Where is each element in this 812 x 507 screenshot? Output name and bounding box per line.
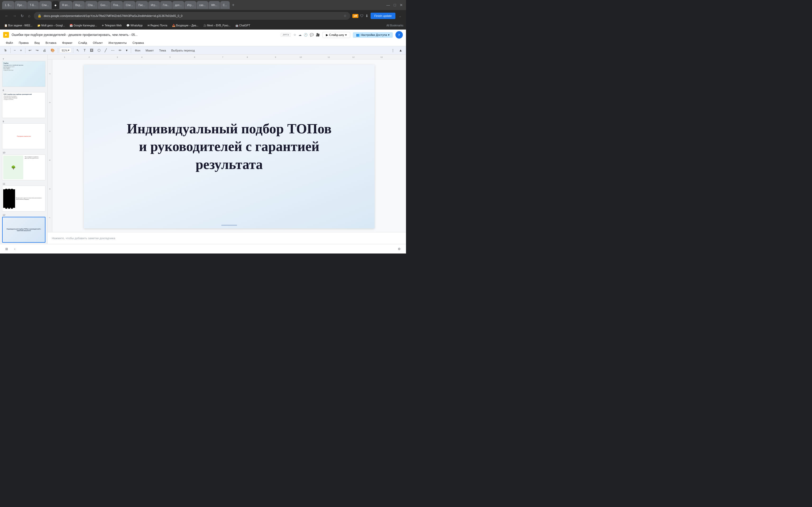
tab-15[interactable]: дол...: [172, 1, 184, 9]
tab-19[interactable]: С...: [220, 1, 230, 9]
theme-button[interactable]: Тема: [157, 48, 168, 53]
zoom-out-button[interactable]: −: [12, 47, 17, 53]
tab-1[interactable]: 1. Б...: [2, 1, 14, 9]
back-button[interactable]: ←: [3, 13, 10, 19]
print-button[interactable]: 🖨: [41, 47, 48, 53]
settings-icon-bottom[interactable]: ⚙: [396, 246, 403, 252]
refresh-button[interactable]: ↻: [19, 13, 26, 19]
collapse-panel-button[interactable]: ‹: [12, 246, 17, 252]
tab-8[interactable]: Cha...: [85, 1, 98, 9]
slide-canvas[interactable]: Индивидуальный подбор ТОПови руководител…: [84, 65, 374, 228]
forward-button[interactable]: →: [11, 13, 18, 19]
cursor-tool-button[interactable]: 🖱: [2, 47, 9, 53]
text-tool-button[interactable]: T: [82, 47, 87, 53]
undo-button[interactable]: ↩: [27, 47, 33, 53]
tab-14[interactable]: Гла...: [160, 1, 172, 9]
extension-icon[interactable]: 🛡: [360, 14, 364, 18]
redo-button[interactable]: ↪: [34, 47, 40, 53]
zoom-display[interactable]: 91% ▾: [60, 48, 71, 53]
tab-2[interactable]: Пре...: [14, 1, 27, 9]
bookmark-whatsapp[interactable]: 💬 WhatsApp: [125, 23, 144, 27]
finish-update-button[interactable]: Finish update: [370, 13, 395, 19]
home-button[interactable]: ⌂: [27, 13, 32, 19]
slide-thumb-8[interactable]: 8 ТОП 3 ошибки при подборе руководителей…: [0, 88, 47, 119]
tab-4[interactable]: Спи...: [39, 1, 52, 9]
dropdown-arrow-icon: ▾: [345, 33, 347, 37]
slide-thumb-11[interactable]: 11 ▪▪▪▪▪▪▪▪▪ Антресорная в одном его мыш…: [0, 181, 47, 213]
bookmark-inbox[interactable]: 📥 Входящие – Диа...: [170, 23, 200, 27]
maximize-icon[interactable]: □: [393, 2, 397, 8]
toolbar-more-button[interactable]: ⋮: [390, 47, 396, 53]
slides-logo-icon: ▶: [5, 34, 7, 36]
toolbar-collapse-button[interactable]: ▲: [397, 47, 404, 53]
slide8-content: • Отсутствие ценностного портрета • Отсу…: [3, 96, 44, 100]
bookmark-my-drive[interactable]: 📁 Мой диск – Googl...: [36, 23, 66, 27]
slide-thumb-12[interactable]: 12 Индивидуальный подбор ТОПов и руковод…: [0, 213, 47, 244]
menu-view[interactable]: Вид: [32, 40, 42, 45]
tab-5-active[interactable]: ◆: [52, 1, 59, 9]
star-icon[interactable]: ☆: [293, 33, 296, 37]
menu-format[interactable]: Формат: [59, 40, 75, 45]
tab-11[interactable]: Спи...: [123, 1, 136, 9]
cloud-save-icon[interactable]: ☁: [298, 33, 302, 37]
slide-content-text[interactable]: Индивидуальный подбор ТОПови руководител…: [127, 120, 332, 173]
access-button[interactable]: 👥 Настройки Доступа ▾: [353, 32, 393, 38]
chevron-down-icon[interactable]: ⌄: [398, 13, 403, 19]
tab-7[interactable]: Вед...: [73, 1, 85, 9]
canvas-wrapper[interactable]: Индивидуальный подбор ТОПови руководител…: [52, 59, 406, 232]
tab-3[interactable]: Т-Б...: [27, 1, 39, 9]
camera-icon[interactable]: 🎥: [316, 33, 320, 37]
new-tab-button[interactable]: +: [230, 2, 237, 8]
comment-icon[interactable]: 💬: [310, 33, 314, 37]
layout-button[interactable]: Макет: [144, 48, 156, 53]
user-avatar[interactable]: У: [395, 31, 403, 39]
menu-slide[interactable]: Слайд: [75, 40, 90, 45]
all-bookmarks-label[interactable]: All Bookmarks: [387, 24, 403, 27]
background-button[interactable]: Фон: [133, 48, 143, 53]
tab-18[interactable]: Wh...: [209, 1, 220, 9]
ruler-mark-12: 12: [352, 56, 355, 58]
bookmark-telegram[interactable]: ✈ Telegram Web: [100, 23, 123, 27]
minimize-icon[interactable]: —: [386, 2, 391, 8]
history-icon[interactable]: 🕐: [304, 33, 308, 37]
slide-thumb-7[interactable]: 7 Подбор Руководитель vs линейный персон…: [0, 57, 47, 88]
image-tool-button[interactable]: 🖼: [88, 47, 95, 53]
shape-tool-button[interactable]: ⬡: [96, 47, 102, 53]
address-bar[interactable]: 🔒 docs.google.com/presentation/d/1qcYzoJ…: [34, 12, 350, 20]
bookmark-all-tasks[interactable]: 📋 Все задачи - WEE...: [3, 23, 34, 27]
bookmark-chatgpt[interactable]: 🤖 ChatGPT: [234, 23, 252, 27]
line-tool-button[interactable]: ╱: [103, 47, 108, 53]
tab-12[interactable]: Пис...: [136, 1, 148, 9]
menu-object[interactable]: Объект: [90, 40, 105, 45]
menu-edit[interactable]: Правка: [16, 40, 31, 45]
slideshow-button[interactable]: ▶ Слайд-шоу ▾: [322, 32, 350, 38]
close-icon[interactable]: ✕: [399, 2, 404, 8]
download-icon[interactable]: ⬇: [365, 14, 368, 18]
slide-thumb-10[interactable]: 10 🌳 Наш сотрудник это дерево с двусторо…: [0, 150, 47, 181]
tab-13[interactable]: Игр...: [148, 1, 160, 9]
select-tool-button[interactable]: ↖: [75, 47, 81, 53]
menu-insert[interactable]: Вставка: [43, 40, 59, 45]
bookmark-star-icon[interactable]: ☆: [344, 14, 347, 18]
tab-10[interactable]: Пла...: [110, 1, 123, 9]
notes-area[interactable]: Нажмите, чтобы добавить заметки докладчи…: [48, 232, 406, 244]
transition-button[interactable]: Выбрать переход: [169, 48, 197, 53]
tab-16[interactable]: Игр...: [185, 1, 196, 9]
tab-9[interactable]: Goo...: [98, 1, 110, 9]
slide-thumb-9[interactable]: 9 Продажа вакансии: [0, 119, 47, 150]
bookmark-meet[interactable]: 🎥 Meet – ВУВ_Руко...: [202, 23, 232, 27]
grid-view-button[interactable]: ⊞: [3, 246, 10, 252]
pen-tool-button[interactable]: ✏: [117, 47, 123, 53]
zoom-in-button[interactable]: +: [18, 47, 24, 53]
paint-format-button[interactable]: 🎨: [49, 47, 56, 53]
pen-dropdown-button[interactable]: ▾: [124, 47, 129, 53]
telegram-icon: ✈: [102, 24, 104, 27]
more-tools-button[interactable]: ⋯: [109, 47, 116, 53]
menu-file[interactable]: Файл: [3, 40, 15, 45]
tab-6[interactable]: Я вл...: [59, 1, 72, 9]
tab-17[interactable]: cas...: [197, 1, 208, 9]
menu-tools[interactable]: Инструменты: [106, 40, 130, 45]
bookmark-yandex-mail[interactable]: ✉ Яндекс Почта: [146, 23, 169, 27]
menu-help[interactable]: Справка: [130, 40, 146, 45]
bookmark-calendar[interactable]: 📅 Google Календар...: [68, 23, 99, 27]
